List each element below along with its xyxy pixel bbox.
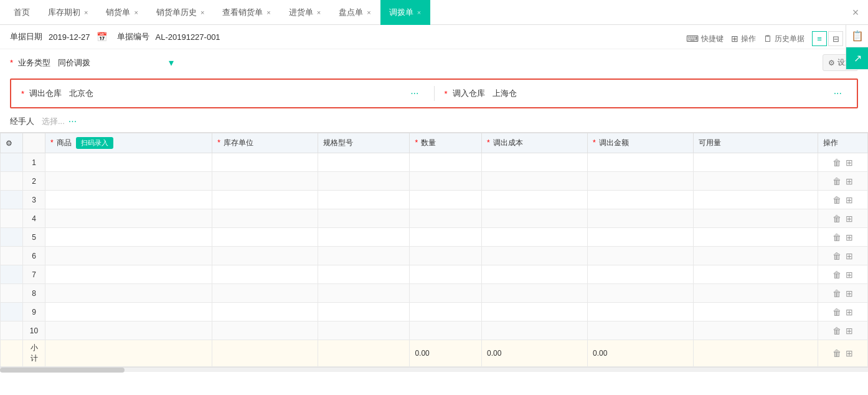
row-delete-icon-9[interactable]: 🗑 (833, 307, 841, 317)
grid-view-btn[interactable]: ⊟ (828, 31, 843, 46)
row-cost-10[interactable] (482, 321, 588, 340)
row-unit-7[interactable] (212, 265, 318, 284)
row-copy-icon-5[interactable]: ⊞ (846, 232, 853, 242)
row-product-4[interactable] (45, 209, 212, 228)
row-unit-10[interactable] (212, 321, 318, 340)
row-qty-5[interactable] (410, 228, 482, 247)
row-unit-4[interactable] (212, 209, 318, 228)
row-qty-10[interactable] (410, 321, 482, 340)
operations-btn[interactable]: ⊞ 操作 (731, 34, 756, 44)
row-delete-icon-7[interactable]: 🗑 (833, 270, 841, 280)
tab-close-purchase-order[interactable]: × (317, 9, 321, 16)
row-spec-8[interactable] (318, 284, 410, 303)
row-spec-1[interactable] (318, 153, 410, 172)
tab-view-sales[interactable]: 查看销货单 × (214, 0, 280, 25)
scan-input-btn[interactable]: 扫码录入 (76, 137, 113, 149)
row-cost-5[interactable] (482, 228, 588, 247)
row-delete-icon-10[interactable]: 🗑 (833, 326, 841, 336)
row-qty-1[interactable] (410, 153, 482, 172)
tab-close-inventory-check[interactable]: × (367, 9, 370, 16)
row-copy-icon-4[interactable]: ⊞ (846, 214, 853, 224)
row-amount-6[interactable] (588, 247, 694, 265)
row-unit-2[interactable] (212, 172, 318, 191)
tab-home[interactable]: 首页 (5, 0, 39, 25)
row-spec-5[interactable] (318, 228, 410, 247)
row-unit-3[interactable] (212, 191, 318, 209)
row-cost-3[interactable] (482, 191, 588, 209)
row-cost-8[interactable] (482, 284, 588, 303)
row-amount-10[interactable] (588, 321, 694, 340)
row-qty-3[interactable] (410, 191, 482, 209)
gear-icon[interactable]: ⚙ (6, 139, 12, 148)
row-product-6[interactable] (45, 247, 212, 265)
row-product-3[interactable] (45, 191, 212, 209)
warehouse-in-more[interactable]: ··· (829, 88, 847, 99)
row-unit-6[interactable] (212, 247, 318, 265)
tab-transfer-order[interactable]: 调拨单 × (380, 0, 430, 25)
row-product-9[interactable] (45, 303, 212, 321)
row-delete-icon-5[interactable]: 🗑 (833, 232, 841, 242)
row-copy-icon-10[interactable]: ⊞ (846, 326, 853, 336)
list-view-btn[interactable]: ≡ (812, 31, 827, 46)
row-delete-icon-2[interactable]: 🗑 (833, 176, 841, 186)
row-product-1[interactable] (45, 153, 212, 172)
tab-close-inventory-init[interactable]: × (84, 9, 88, 16)
row-qty-2[interactable] (410, 172, 482, 191)
row-amount-7[interactable] (588, 265, 694, 284)
row-spec-4[interactable] (318, 209, 410, 228)
handler-select[interactable]: 选择... (42, 116, 65, 127)
tab-inventory-check[interactable]: 盘点单 × (330, 0, 380, 25)
row-unit-9[interactable] (212, 303, 318, 321)
calendar-icon[interactable]: 📅 (97, 32, 107, 42)
row-delete-icon-1[interactable]: 🗑 (833, 158, 841, 168)
row-amount-2[interactable] (588, 172, 694, 191)
row-product-7[interactable] (45, 265, 212, 284)
row-amount-5[interactable] (588, 228, 694, 247)
row-cost-1[interactable] (482, 153, 588, 172)
row-amount-3[interactable] (588, 191, 694, 209)
row-cost-6[interactable] (482, 247, 588, 265)
window-close-button[interactable]: × (843, 0, 868, 25)
row-qty-6[interactable] (410, 247, 482, 265)
row-copy-icon-1[interactable]: ⊞ (846, 158, 853, 168)
row-spec-7[interactable] (318, 265, 410, 284)
subtotal-copy-icon[interactable]: ⊞ (846, 348, 853, 358)
row-amount-8[interactable] (588, 284, 694, 303)
row-copy-icon-6[interactable]: ⊞ (846, 251, 853, 261)
row-copy-icon-7[interactable]: ⊞ (846, 270, 853, 280)
row-qty-9[interactable] (410, 303, 482, 321)
row-qty-8[interactable] (410, 284, 482, 303)
row-unit-8[interactable] (212, 284, 318, 303)
scrollbar-thumb[interactable] (0, 368, 125, 373)
row-copy-icon-2[interactable]: ⊞ (846, 176, 853, 186)
tab-purchase-order[interactable]: 进货单 × (280, 0, 330, 25)
row-cost-9[interactable] (482, 303, 588, 321)
row-product-5[interactable] (45, 228, 212, 247)
row-qty-4[interactable] (410, 209, 482, 228)
row-cost-4[interactable] (482, 209, 588, 228)
horizontal-scrollbar[interactable] (0, 367, 868, 372)
row-spec-3[interactable] (318, 191, 410, 209)
handler-more[interactable]: ··· (68, 116, 77, 127)
right-panel-notes-btn[interactable]: 📋 (846, 25, 868, 47)
history-btn[interactable]: 🗒 历史单据 (763, 34, 804, 44)
row-product-2[interactable] (45, 172, 212, 191)
tab-close-sales-history[interactable]: × (200, 9, 204, 16)
row-delete-icon-8[interactable]: 🗑 (833, 288, 841, 298)
row-spec-6[interactable] (318, 247, 410, 265)
shortcuts-btn[interactable]: ⌨ 快捷键 (686, 34, 724, 44)
tab-sales-history[interactable]: 销货单历史 × (148, 0, 214, 25)
row-copy-icon-9[interactable]: ⊞ (846, 307, 853, 317)
row-copy-icon-3[interactable]: ⊞ (846, 195, 853, 205)
row-cost-2[interactable] (482, 172, 588, 191)
row-delete-icon-3[interactable]: 🗑 (833, 195, 841, 205)
row-cost-7[interactable] (482, 265, 588, 284)
row-amount-9[interactable] (588, 303, 694, 321)
row-amount-4[interactable] (588, 209, 694, 228)
row-amount-1[interactable] (588, 153, 694, 172)
tab-sales-order[interactable]: 销货单 × (97, 0, 147, 25)
row-unit-1[interactable] (212, 153, 318, 172)
row-spec-2[interactable] (318, 172, 410, 191)
subtotal-delete-icon[interactable]: 🗑 (833, 348, 841, 358)
row-delete-icon-6[interactable]: 🗑 (833, 251, 841, 261)
